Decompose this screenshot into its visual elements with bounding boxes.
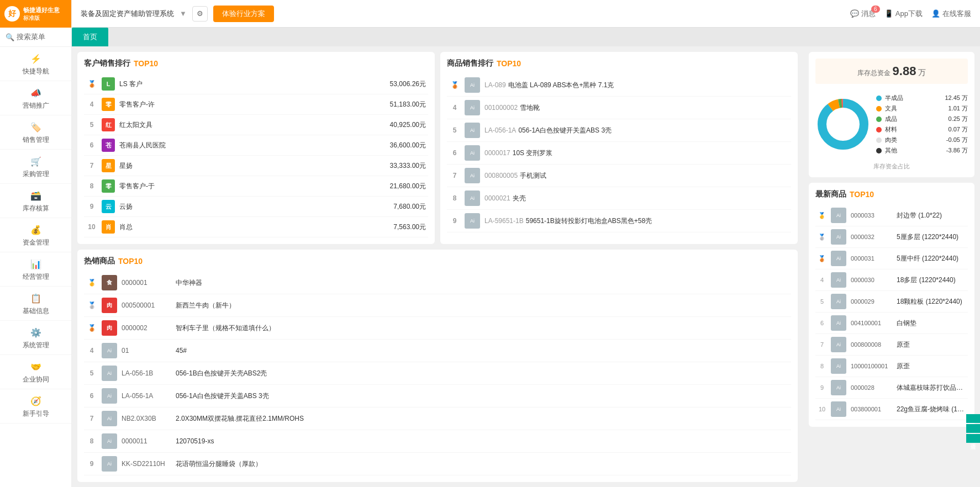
rank-num: 6 bbox=[86, 141, 97, 149]
product-name: 5厘多层 (1220*2440) bbox=[897, 232, 966, 242]
message-badge[interactable]: 💬 消息 6 bbox=[850, 9, 876, 19]
product-code: 000800008 bbox=[851, 341, 892, 348]
sidebar-item-enterprise[interactable]: 🤝 企业协同 bbox=[0, 355, 71, 389]
operations-icon: 📊 bbox=[30, 258, 42, 270]
donut-chart-container: 半成品 12.45 万 文具 1.01 万 成品 0.25 万 bbox=[815, 88, 968, 160]
product-name: 12070519-xs bbox=[176, 437, 789, 445]
newest-products-title: 最新商品 TOP10 bbox=[815, 189, 968, 199]
product-thumb: Ai bbox=[465, 213, 480, 229]
customer-rank-row: 10 肖 肖总 7,563.00元 bbox=[84, 217, 428, 237]
product-thumb: Ai bbox=[102, 433, 117, 449]
rank-num: 6 bbox=[86, 392, 97, 400]
trial-btn[interactable]: 体验行业方案 bbox=[213, 6, 274, 22]
rank-num: 9 bbox=[86, 460, 97, 468]
sidebar-item-purchase[interactable]: 🛒 采购管理 bbox=[0, 150, 71, 184]
new-prod-row: 🥉 Ai 0000031 5厘中纤 (1220*2440) bbox=[815, 248, 968, 269]
product-rank-row: 8 Ai 0000021夹壳 bbox=[447, 187, 791, 210]
rank-num: 🥈 bbox=[818, 234, 826, 241]
sidebar-item-marketing[interactable]: 📣 营销推广 bbox=[0, 81, 71, 115]
legend-color bbox=[876, 137, 882, 143]
product-code: 0000011 bbox=[122, 437, 171, 445]
sidebar-item-sales[interactable]: 🏷️ 销售管理 bbox=[0, 115, 71, 150]
hot-product-row: 8 Ai 0000011 12070519-xs bbox=[84, 430, 791, 453]
float-service-community[interactable]: 服务社区 bbox=[966, 424, 980, 433]
logo-icon: 好 bbox=[4, 6, 20, 22]
message-icon: 💬 bbox=[850, 9, 859, 18]
app-download-link[interactable]: 📱 App下载 bbox=[884, 9, 923, 19]
system-icon: ⚙️ bbox=[30, 326, 42, 338]
product-code: NB2.0X30B bbox=[122, 415, 171, 422]
float-live[interactable]: 直播 bbox=[966, 434, 980, 443]
product-name: LA-089电池盖 LA-089 ABS本色+黑种 7.1克 bbox=[484, 81, 789, 90]
product-name: 智利车子里（规格不知道填什么） bbox=[176, 324, 789, 333]
settings-button[interactable]: ⚙ bbox=[192, 6, 208, 22]
float-customer-service[interactable]: 客服热线 bbox=[966, 414, 980, 423]
rank-num: 8 bbox=[86, 182, 97, 190]
product-rank-row: 6 Ai 000001710S 变刑罗浆 bbox=[447, 142, 791, 165]
hot-product-row: 5 Ai LA-056-1B 056-1B白色按键开关壳ABS2壳 bbox=[84, 362, 791, 385]
finance-icon: 💰 bbox=[30, 224, 42, 236]
rank-num: 4 bbox=[86, 100, 97, 108]
legend-color bbox=[876, 127, 882, 133]
new-prod-row: 6 Ai 004100001 白钢垫 bbox=[815, 313, 968, 334]
customer-name: 云扬 bbox=[119, 202, 389, 211]
product-thumb: Ai bbox=[102, 411, 117, 426]
customer-amount: 51,183.00元 bbox=[390, 100, 426, 109]
product-thumb: Ai bbox=[831, 337, 846, 352]
sidebar-item-quick-nav[interactable]: ⚡ 快捷导航 bbox=[0, 47, 71, 81]
tab-home[interactable]: 首页 bbox=[72, 28, 108, 46]
customer-amount: 36,600.00元 bbox=[390, 141, 426, 150]
product-thumb: Ai bbox=[831, 272, 846, 288]
product-thumb: Ai bbox=[831, 401, 846, 417]
rank-num: 5 bbox=[86, 121, 97, 129]
product-code: KK-SD22110H bbox=[122, 460, 171, 468]
rank-num: 10 bbox=[818, 406, 826, 412]
product-rank-row: 9 Ai LA-59651-1B59651-1B旋转投影灯电池盒ABS黑色+58… bbox=[447, 210, 791, 232]
rank-num: 4 bbox=[86, 347, 97, 354]
customer-ranking-title: 客户销售排行 TOP10 bbox=[84, 59, 428, 68]
right-panel: 库存总资金 9.88 万 bbox=[803, 46, 980, 487]
sidebar-item-inventory[interactable]: 🗃️ 库存核算 bbox=[0, 184, 71, 218]
customer-avatar: 红 bbox=[102, 118, 115, 131]
legend-item: 成品 0.25 万 bbox=[876, 114, 968, 124]
rank-num: 4 bbox=[818, 277, 826, 283]
customer-avatar: L bbox=[102, 77, 115, 91]
product-name: LA-056-1A056-1A白色按键开关盖ABS 3壳 bbox=[484, 126, 789, 135]
product-name: LA-59651-1B59651-1B旋转投影灯电池盒ABS黑色+58壳 bbox=[484, 216, 789, 226]
product-name: 体城嘉枝味苏打饮品400毫升 (1*15) bbox=[897, 383, 966, 393]
product-name: 原歪 bbox=[897, 340, 966, 350]
sidebar-item-guide[interactable]: 🧭 新手引导 bbox=[0, 389, 71, 424]
product-code: 0000031 bbox=[851, 255, 892, 262]
sidebar-item-basic-info[interactable]: 📋 基础信息 bbox=[0, 287, 71, 321]
title-dropdown-icon[interactable]: ▼ bbox=[180, 9, 187, 18]
new-prod-row: 8 Ai 10000100001 原歪 bbox=[815, 356, 968, 377]
new-prod-row: 4 Ai 0000030 18多层 (1220*2440) bbox=[815, 269, 968, 291]
sidebar-item-operations[interactable]: 📊 经营管理 bbox=[0, 252, 71, 287]
main-area: 装备及固定资产辅助管理系统 ▼ ⚙ 体验行业方案 💬 消息 6 📱 App下载 … bbox=[72, 0, 980, 487]
rank-num: 🥉 bbox=[86, 324, 97, 332]
product-code: 0000028 bbox=[851, 384, 892, 391]
marketing-icon: 📣 bbox=[30, 87, 42, 99]
product-rank-row: 4 Ai 001000002雪地靴 bbox=[447, 97, 791, 119]
product-name: 000800005手机测试 bbox=[484, 171, 789, 181]
sidebar-search-menu[interactable]: 🔍 搜索菜单 bbox=[0, 28, 71, 47]
rank-num: 5 bbox=[86, 369, 97, 377]
enterprise-icon: 🤝 bbox=[30, 361, 42, 373]
sidebar-item-system[interactable]: ⚙️ 系统管理 bbox=[0, 321, 71, 355]
product-name: 000001710S 变刑罗浆 bbox=[484, 149, 789, 158]
product-thumb: 肉 bbox=[102, 320, 117, 336]
newest-products-list: 🥇 Ai 0000033 封边带 (1.0*22) 🥈 Ai 0000032 5… bbox=[815, 205, 968, 420]
sidebar: 好 畅捷通好生意 标准版 🔍 搜索菜单 ⚡ 快捷导航 📣 营销推广 🏷️ 销售管… bbox=[0, 0, 72, 487]
customer-avatar: 苍 bbox=[102, 139, 115, 152]
product-name: 封边带 (1.0*22) bbox=[897, 211, 966, 220]
product-thumb: Ai bbox=[102, 343, 117, 358]
product-code: 10000100001 bbox=[851, 363, 892, 369]
product-thumb: Ai bbox=[465, 190, 480, 206]
online-service-link[interactable]: 👤 在线客服 bbox=[931, 9, 971, 19]
rank-num: 8 bbox=[818, 363, 826, 369]
donut-chart bbox=[815, 97, 871, 152]
product-thumb: Ai bbox=[831, 251, 846, 266]
product-ranking-title: 商品销售排行 TOP10 bbox=[447, 59, 791, 68]
topbar: 装备及固定资产辅助管理系统 ▼ ⚙ 体验行业方案 💬 消息 6 📱 App下载 … bbox=[72, 0, 980, 28]
sidebar-item-finance[interactable]: 💰 资金管理 bbox=[0, 218, 71, 252]
